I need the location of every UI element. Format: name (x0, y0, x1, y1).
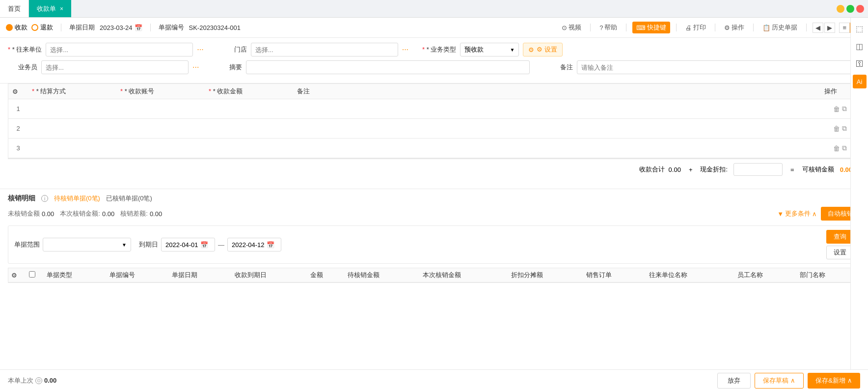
sidebar-icon-ai[interactable]: Ai (853, 75, 867, 88)
row-3-payment[interactable] (28, 139, 116, 158)
set-button[interactable]: 设置 (826, 246, 854, 259)
tab-close-icon[interactable]: × (60, 5, 63, 12)
date-separator: — (218, 241, 224, 249)
print-button[interactable]: 🖨 打印 (682, 22, 709, 33)
summary-row: 收款合计 0.00 + 现金折扣: = 可核销金额 0.00 (8, 159, 860, 180)
nav-arrows: ◀ ▶ (813, 23, 835, 33)
row-2-remark[interactable] (293, 119, 820, 139)
sidebar-icon-2[interactable]: ◫ (853, 39, 867, 53)
current-tab[interactable]: 收款单 × (29, 0, 71, 17)
select-all-checkbox[interactable] (29, 271, 35, 278)
row-3-remark[interactable] (293, 139, 820, 158)
table-wrapper: ⚙ * 结算方式 * 收款账号 * 收款金额 备注 (8, 84, 860, 159)
business-type-value: 预收款 (464, 45, 484, 54)
action-button[interactable]: ⚙ 操作 (721, 22, 747, 33)
pending-tab[interactable]: 待核销单据(0笔) (54, 194, 100, 203)
sep (806, 24, 807, 31)
bt-doc-date-header: 单据日期 (169, 268, 232, 282)
sep (676, 24, 677, 31)
calendar-icon[interactable]: 📅 (135, 24, 142, 31)
right-sidebar: ⬚ ◫ ⚿ Ai (850, 18, 868, 369)
nav-prev-button[interactable]: ◀ (813, 23, 823, 33)
more-conditions-button[interactable]: ▼ 更多条件 ∧ (777, 209, 817, 218)
bt-settings-header[interactable]: ⚙ (8, 268, 26, 282)
settings-button[interactable]: ⚙ ⚙ 设置 (523, 43, 563, 56)
form-row-1: * 往来单位 ··· 门店 ··· * 业务类型 预收款 ▼ ⚙ ⚙ 设置 (8, 43, 860, 56)
save-draft-button[interactable]: 保存草稿 ∧ (755, 373, 804, 389)
row-1-copy-icon[interactable]: ⧉ (842, 105, 847, 113)
remark-label: 备注 (543, 63, 573, 72)
help-button[interactable]: ? 帮助 (597, 22, 620, 33)
row-1-amount[interactable] (205, 99, 293, 119)
col-settings-header[interactable]: ⚙ (8, 84, 28, 99)
bt-amount-header: 金额 (307, 268, 345, 282)
number-value: SK-20230324-001 (189, 24, 241, 31)
receipt-radio[interactable]: 收款 (6, 23, 27, 32)
sidebar-icon-1[interactable]: ⬚ (853, 22, 867, 35)
employee-label: 业务员 (8, 63, 37, 72)
bt-pending-header: 待核销金额 (345, 268, 420, 282)
save-new-button[interactable]: 保存&新增 ∧ (808, 373, 860, 389)
calendar-from-icon: 📅 (200, 241, 208, 249)
discard-button[interactable]: 放弃 (717, 373, 751, 389)
row-3-num: 3 (8, 139, 28, 158)
counterpart-input[interactable] (46, 43, 193, 56)
search-actions: 查询 设置 (826, 230, 854, 259)
remark-input[interactable] (577, 60, 860, 74)
date-to-input[interactable]: 2022-04-12 📅 (227, 238, 281, 251)
history-button[interactable]: 📋 历史单据 (760, 22, 800, 33)
summary-label: 摘要 (213, 63, 242, 72)
row-2-account[interactable] (116, 119, 205, 139)
row-1-remark[interactable] (293, 99, 820, 119)
counterpart-ellipsis[interactable]: ··· (197, 45, 203, 54)
row-1-delete-icon[interactable]: 🗑 (833, 105, 840, 113)
date-from-input[interactable]: 2022-04-01 📅 (161, 238, 215, 251)
chevron-down-icon: ▼ (510, 47, 515, 53)
row-1-account[interactable] (116, 99, 205, 119)
bt-counterpart-header: 往来单位名称 (646, 268, 734, 282)
query-button[interactable]: 查询 (826, 230, 854, 244)
home-tab[interactable]: 首页 (0, 0, 29, 17)
store-ellipsis[interactable]: ··· (402, 45, 408, 54)
row-1-payment[interactable] (28, 99, 116, 119)
col-amount-header: * 收款金额 (205, 84, 293, 99)
summary-input[interactable] (246, 60, 529, 74)
recon-info-icon[interactable]: i (41, 195, 48, 202)
shortcut-button[interactable]: ⌨ 快捷键 (632, 22, 670, 33)
recon-stats: 未核销金额 0.00 本次核销金额: 0.00 核销差额: 0.00 ▼ 更多条… (8, 207, 860, 221)
list-layout-button[interactable]: ≡ (839, 23, 850, 33)
minimize-button[interactable] (837, 5, 844, 13)
row-2-copy-icon[interactable]: ⧉ (842, 124, 847, 133)
sep (715, 24, 715, 31)
row-3-account[interactable] (116, 139, 205, 158)
close-button[interactable] (856, 5, 864, 13)
plus-sign: + (689, 166, 693, 173)
row-3-amount[interactable] (205, 139, 293, 158)
main-content: 收款 退款 单据日期 2023-03-24 📅 单据编号 SK-20230324… (0, 18, 868, 391)
nav-next-button[interactable]: ▶ (824, 23, 835, 33)
footer-info: 本单上次 ⊙ 0.00 (8, 376, 56, 385)
help-icon: ? (599, 24, 603, 31)
employee-ellipsis[interactable]: ··· (192, 63, 199, 72)
row-3-delete-icon[interactable]: 🗑 (833, 144, 840, 152)
filter-icon: ▼ (777, 210, 784, 218)
bt-discount-header: 折扣分摊额 (508, 268, 584, 282)
store-input[interactable] (251, 43, 398, 56)
business-type-select[interactable]: 预收款 ▼ (460, 43, 519, 56)
footer-info-icon[interactable]: ⊙ (35, 377, 42, 384)
discount-input[interactable] (733, 163, 783, 176)
employee-input[interactable] (41, 60, 189, 74)
row-2-amount[interactable] (205, 119, 293, 139)
form-section: * 往来单位 ··· 门店 ··· * 业务类型 预收款 ▼ ⚙ ⚙ 设置 业务… (0, 38, 868, 84)
row-2-payment[interactable] (28, 119, 116, 139)
row-2-delete-icon[interactable]: 🗑 (833, 125, 840, 133)
row-3-copy-icon[interactable]: ⧉ (842, 144, 847, 152)
bt-checkbox-header[interactable] (26, 268, 44, 282)
completed-tab[interactable]: 已核销单据(0笔) (106, 194, 152, 203)
range-select[interactable]: ▼ (43, 238, 131, 251)
refund-radio[interactable]: 退款 (31, 23, 53, 32)
video-button[interactable]: ⊙ 视频 (559, 22, 584, 33)
sidebar-icon-3[interactable]: ⚿ (853, 57, 867, 71)
maximize-button[interactable] (846, 5, 854, 13)
footer: 本单上次 ⊙ 0.00 放弃 保存草稿 ∧ 保存&新增 ∧ (0, 369, 868, 391)
